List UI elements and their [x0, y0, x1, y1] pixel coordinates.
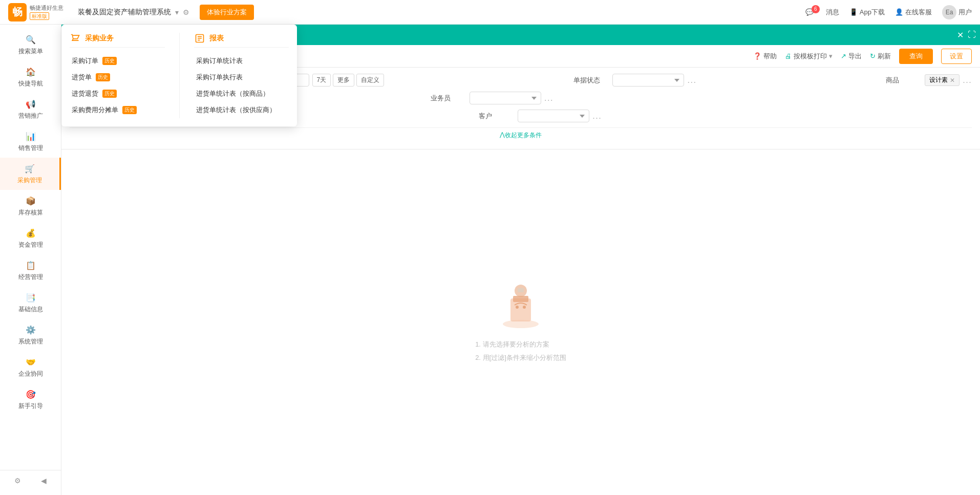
notif-count-badge: 6 [812, 5, 820, 13]
customer-more-icon[interactable]: ... [592, 111, 602, 121]
return-goods-label: 进货退货 [72, 89, 98, 98]
menu-item-cost-split[interactable]: 采购费用分摊单 历史 [70, 102, 165, 118]
print-btn[interactable]: 🖨 按模板打印 ▾ [785, 52, 833, 61]
notification-item[interactable]: 💬 6 消息 [805, 8, 839, 17]
salesman-more-icon[interactable]: ... [544, 93, 553, 103]
goods-stats-label: 进货单统计表（按商品） [196, 89, 269, 98]
report-section-icon [194, 33, 205, 44]
refresh-btn[interactable]: ↻ 刷新 [870, 52, 891, 61]
sidebar: 🔍 搜索菜单 🏠 快捷导航 📢 营销推广 📊 销售管理 🛒 采购管理 📦 库存核… [0, 25, 61, 495]
menu-item-purchase-order[interactable]: 采购订单 历史 [70, 53, 165, 69]
user-label: 用户 [958, 8, 972, 17]
service-icon: 👤 [895, 8, 903, 16]
logo-icon: 畅 [8, 3, 27, 21]
notif-label: 消息 [826, 8, 839, 17]
online-service-item[interactable]: 👤 在线客服 [895, 8, 932, 17]
sidebar-item-sales[interactable]: 📊 销售管理 [0, 125, 61, 158]
sidebar-item-management[interactable]: 📋 经营管理 [0, 254, 61, 287]
management-icon: 📋 [25, 260, 36, 271]
print-dropdown-icon[interactable]: ▾ [829, 52, 833, 60]
inventory-icon: 📦 [25, 195, 36, 206]
goods-tag-close[interactable]: ✕ [950, 77, 955, 84]
refresh-label: 刷新 [878, 52, 891, 61]
tab-bar-right: ✕ ⛶ [957, 30, 976, 40]
sidebar-label-sales: 销售管理 [18, 144, 43, 153]
system-title-area: 装餐及固定资产辅助管理系统 ▾ ⚙ 体验行业方案 [70, 5, 254, 20]
sidebar-item-purchase[interactable]: 🛒 采购管理 [0, 158, 61, 190]
menu-item-po-exec[interactable]: 采购订单执行表 [194, 69, 289, 85]
sidebar-settings-btn[interactable]: ⚙ [14, 477, 21, 485]
time-btn-more[interactable]: 更多 [333, 74, 354, 87]
salesman-select[interactable] [470, 92, 541, 104]
phone-icon: 📱 [849, 8, 858, 16]
query-button[interactable]: 查询 [899, 49, 933, 64]
tab-fullscreen-icon[interactable]: ⛶ [968, 30, 976, 39]
sidebar-collapse-btn[interactable]: ◀ [41, 477, 47, 485]
sidebar-label-guide: 新手引导 [18, 402, 43, 411]
sidebar-item-collab[interactable]: 🤝 企业协同 [0, 351, 61, 383]
settings-icon[interactable]: ⚙ [183, 8, 189, 16]
goods-more-icon[interactable]: ... [963, 75, 972, 85]
menu-divider [179, 33, 180, 118]
sidebar-item-basic-info[interactable]: 📑 基础信息 [0, 287, 61, 319]
order-status-more-icon[interactable]: ... [687, 75, 696, 85]
search-icon: 🔍 [25, 34, 36, 45]
order-status-select[interactable] [612, 74, 684, 87]
user-avatar: Ea [942, 5, 956, 19]
purchase-section-title: 采购业务 [70, 33, 165, 48]
po-exec-label: 采购订单执行表 [196, 73, 243, 82]
logo-text: 畅捷通好生意 标准版 [30, 4, 63, 20]
menu-item-po-stats[interactable]: 采购订单统计表 [194, 53, 289, 69]
purchase-order-history-badge: 历史 [102, 57, 117, 65]
header-right: 💬 6 消息 📱 App下载 👤 在线客服 Ea 用户 [805, 5, 972, 19]
home-icon: 🏠 [25, 66, 36, 77]
time-btn-custom[interactable]: 自定义 [356, 74, 384, 87]
print-label: 按模板打印 [794, 52, 827, 61]
sidebar-bottom: ⚙ ◀ [0, 470, 61, 491]
sidebar-item-finance[interactable]: 💰 资金管理 [0, 222, 61, 254]
time-btn-7days[interactable]: 7天 [312, 74, 331, 87]
sidebar-label-nav: 快捷导航 [18, 79, 43, 88]
collab-icon: 🤝 [25, 356, 36, 368]
dropdown-arrow-icon[interactable]: ▾ [175, 8, 179, 16]
goods-control: 设计素 ✕ ... [925, 74, 972, 86]
purchase-dropdown-menu: 采购业务 采购订单 历史 进货单 历史 进货退货 历史 采购费用分摊单 历史 报… [61, 25, 297, 126]
menu-item-return-goods[interactable]: 进货退货 历史 [70, 85, 165, 102]
export-label: 导出 [848, 52, 862, 61]
tab-close-all-icon[interactable]: ✕ [957, 30, 964, 40]
empty-illustration [495, 281, 546, 332]
stock-in-label: 进货单 [72, 73, 92, 82]
collapse-row[interactable]: ⋀ 收起更多条件 [70, 127, 972, 143]
sidebar-item-system[interactable]: ⚙️ 系统管理 [0, 319, 61, 351]
purchase-section: 采购业务 采购订单 历史 进货单 历史 进货退货 历史 采购费用分摊单 历史 [70, 33, 165, 118]
user-area[interactable]: Ea 用户 [942, 5, 972, 19]
help-label: 帮助 [763, 52, 777, 61]
customer-select[interactable] [518, 110, 589, 122]
guide-icon: 🎯 [25, 389, 36, 400]
help-btn[interactable]: ❓ 帮助 [753, 52, 777, 61]
sidebar-label-system: 系统管理 [18, 337, 43, 346]
sidebar-label-basic-info: 基础信息 [18, 305, 43, 314]
sidebar-item-inventory[interactable]: 📦 库存核算 [0, 190, 61, 222]
app-download-item[interactable]: 📱 App下载 [849, 8, 885, 17]
sidebar-label-management: 经营管理 [18, 273, 43, 282]
supplier-stats-label: 进货单统计表（按供应商） [196, 105, 276, 115]
export-btn[interactable]: ↗ 导出 [841, 52, 862, 61]
sidebar-item-guide[interactable]: 🎯 新手引导 [0, 383, 61, 416]
menu-item-stock-in[interactable]: 进货单 历史 [70, 69, 165, 85]
sidebar-label-inventory: 库存核算 [18, 208, 43, 217]
basic-info-icon: 📑 [25, 292, 36, 303]
sidebar-item-marketing[interactable]: 📢 营销推广 [0, 93, 61, 125]
sidebar-item-nav[interactable]: 🏠 快捷导航 [0, 61, 61, 93]
logo-area: 畅 畅捷通好生意 标准版 [8, 3, 70, 21]
menu-item-goods-stats[interactable]: 进货单统计表（按商品） [194, 85, 289, 102]
order-status-control: ... [612, 74, 696, 87]
purchase-order-label: 采购订单 [72, 56, 98, 66]
sidebar-item-search[interactable]: 🔍 搜索菜单 [0, 29, 61, 61]
menu-item-supplier-stats[interactable]: 进货单统计表（按供应商） [194, 102, 289, 118]
goods-tag-text: 设计素 [929, 76, 948, 84]
sales-icon: 📊 [25, 131, 36, 142]
settings-button[interactable]: 设置 [941, 49, 972, 64]
svg-rect-4 [518, 288, 524, 292]
industry-btn[interactable]: 体验行业方案 [200, 5, 254, 20]
